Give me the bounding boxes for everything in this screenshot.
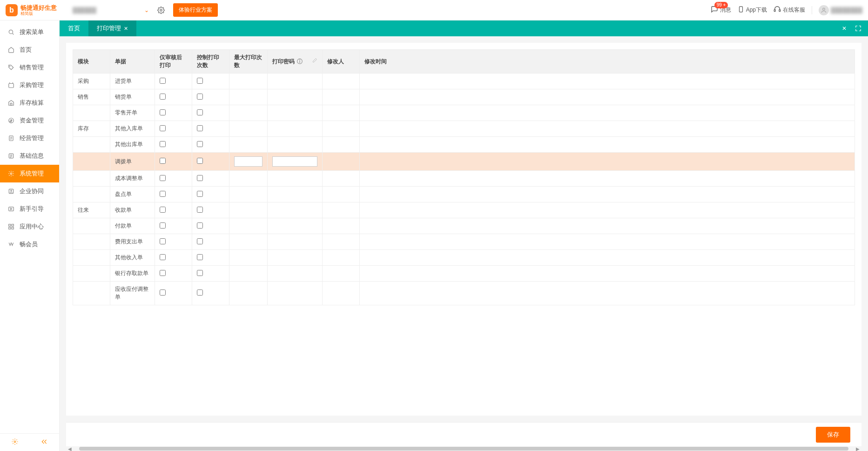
app-download-button[interactable]: App下载 [738,6,767,14]
limit-print-checkbox[interactable] [197,254,203,260]
only-audit-checkbox[interactable] [160,222,166,229]
sidebar-settings-icon[interactable] [12,438,18,446]
cell-editor [323,250,360,266]
scroll-right-icon[interactable]: ▶ [855,446,861,451]
sidebar-item-label: 首页 [20,46,32,54]
table-row: 销售销货单 [73,89,855,105]
only-audit-checkbox[interactable] [160,125,166,131]
app-download-label: App下载 [746,6,767,14]
gear-icon [7,170,15,177]
only-audit-checkbox[interactable] [160,270,166,276]
limit-print-checkbox[interactable] [197,94,203,100]
wallet-icon [7,117,15,124]
tab-打印管理[interactable]: 打印管理✕ [88,20,136,36]
limit-print-checkbox[interactable] [197,158,203,164]
th-module: 模块 [73,50,110,74]
footer-bar: 保存 [66,422,861,446]
cell-edit-time [360,171,855,187]
limit-print-checkbox[interactable] [197,222,203,229]
svg-rect-1 [739,7,742,12]
sidebar-item-search[interactable]: 搜索菜单 [0,23,59,41]
cell-editor [323,105,360,121]
only-audit-checkbox[interactable] [160,141,166,147]
help-icon[interactable]: ⓘ [297,58,303,65]
sidebar-item-label: 系统管理 [20,169,44,178]
sidebar-item-sales[interactable]: 销售管理 [0,59,59,76]
sidebar-collapse-icon[interactable] [41,438,47,446]
cell-doc: 费用支出单 [110,234,155,250]
edit-column-icon[interactable] [312,58,317,65]
svg-point-20 [10,173,12,175]
tab-首页[interactable]: 首页 [60,20,88,36]
sidebar-item-stock[interactable]: 库存核算 [0,94,59,112]
cell-doc: 盘点单 [110,187,155,202]
table-row: 盘点单 [73,187,855,202]
tag-icon [7,64,15,71]
sidebar-item-base[interactable]: 基础信息 [0,147,59,165]
cell-print-pwd [268,202,323,218]
settings-gear-icon[interactable] [155,4,168,17]
limit-print-checkbox[interactable] [197,191,203,197]
scrollbar-thumb[interactable] [79,447,848,451]
cell-editor [323,266,360,282]
save-button[interactable]: 保存 [816,427,850,443]
sidebar-item-label: 采购管理 [20,81,44,89]
limit-print-checkbox[interactable] [197,125,203,131]
cell-max-print [229,89,268,105]
limit-print-checkbox[interactable] [197,207,203,213]
limit-print-checkbox[interactable] [197,238,203,244]
svg-rect-9 [9,84,14,88]
limit-print-checkbox[interactable] [197,78,203,84]
only-audit-checkbox[interactable] [160,175,166,181]
sidebar-item-label: 基础信息 [20,152,44,160]
limit-print-checkbox[interactable] [197,289,203,296]
limit-print-checkbox[interactable] [197,141,203,147]
limit-print-checkbox[interactable] [197,175,203,181]
sidebar-item-purchase[interactable]: 采购管理 [0,76,59,94]
limit-print-checkbox[interactable] [197,270,203,276]
table-row: 调拨单 [73,153,855,171]
sidebar-item-home[interactable]: 首页 [0,41,59,59]
sidebar-item-apps[interactable]: 应用中心 [0,218,59,236]
only-audit-checkbox[interactable] [160,289,166,296]
only-audit-checkbox[interactable] [160,254,166,260]
sidebar-item-biz[interactable]: 经营管理 [0,129,59,147]
online-service-button[interactable]: 在线客服 [774,6,805,14]
cell-edit-time [360,218,855,234]
only-audit-checkbox[interactable] [160,191,166,197]
horizontal-scrollbar[interactable]: ◀ ▶ [66,446,861,451]
cell-max-print [229,153,268,171]
promo-button[interactable]: 体验行业方案 [173,3,218,17]
cell-editor [323,121,360,137]
print-settings-table: 模块 单据 仅审核后打印 控制打印次数 最大打印次数 打印密码 ⓘ [73,49,855,305]
cell-max-print [229,74,268,89]
close-icon[interactable]: ✕ [124,26,128,32]
max-print-input[interactable] [234,156,262,167]
svg-point-22 [11,190,12,191]
fullscreen-icon[interactable] [853,23,863,34]
cell-max-print [229,137,268,153]
messages-button[interactable]: 99 + 消息 [711,6,731,14]
cell-doc: 其他入库单 [110,121,155,137]
sidebar-item-sys[interactable]: 系统管理 [0,165,59,182]
sidebar-item-fund[interactable]: 资金管理 [0,112,59,129]
cell-doc: 其他出库单 [110,137,155,153]
only-audit-checkbox[interactable] [160,158,166,164]
svg-point-6 [9,30,13,34]
only-audit-checkbox[interactable] [160,94,166,100]
sidebar-item-vip[interactable]: 畅会员 [0,236,59,253]
user-menu[interactable]: ████████ [819,5,862,15]
sidebar-item-guide[interactable]: 新手引导 [0,200,59,218]
only-audit-checkbox[interactable] [160,207,166,213]
limit-print-checkbox[interactable] [197,109,203,115]
tab-close-all-icon[interactable]: ✕ [839,23,849,34]
only-audit-checkbox[interactable] [160,78,166,84]
only-audit-checkbox[interactable] [160,238,166,244]
company-selector[interactable]: ██████ ⌄ [69,3,153,17]
print-password-input[interactable] [272,156,317,167]
only-audit-checkbox[interactable] [160,109,166,115]
cell-module [73,153,110,171]
sidebar-item-coop[interactable]: 企业协同 [0,182,59,200]
cell-module [73,171,110,187]
scroll-left-icon[interactable]: ◀ [67,446,73,451]
